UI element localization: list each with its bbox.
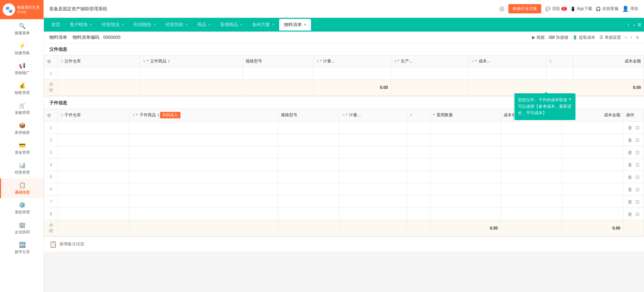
message-button[interactable]: 💬 消息 6 (545, 6, 567, 12)
app-download-button[interactable]: 📱 App下载 (570, 6, 592, 12)
child-unit-cell[interactable] (339, 208, 407, 220)
child-unit-cell[interactable] (339, 171, 407, 183)
tooltip-close-button[interactable]: × (569, 97, 571, 102)
tab-bom-close[interactable]: × (304, 22, 306, 27)
child-spec-cell[interactable] (278, 183, 339, 196)
layout-button[interactable]: ≡ (636, 35, 639, 40)
child-warehouse-cell[interactable] (58, 146, 129, 159)
tab-next-button[interactable]: › (632, 21, 636, 29)
parent-extra-cell[interactable] (546, 67, 573, 80)
parent-cost-cell[interactable] (469, 67, 546, 80)
child-goods-cell[interactable] (129, 146, 278, 159)
tab-operations-close[interactable]: × (122, 22, 124, 27)
scan-button[interactable]: 扫码录入 (160, 112, 181, 118)
child-goods-cell[interactable] (129, 208, 278, 220)
child-unit-cell[interactable] (339, 146, 407, 159)
child-unit-cell[interactable] (339, 159, 407, 171)
child-extra-cell[interactable] (407, 208, 431, 220)
parent-gear-icon[interactable]: ⚙ (47, 59, 51, 64)
tab-history-close[interactable]: × (185, 22, 188, 27)
copy-button[interactable]: ⊡ (634, 174, 641, 180)
delete-button[interactable]: 🗑 (627, 124, 633, 131)
nav-prev-button[interactable]: ‹ (625, 35, 627, 40)
settings-button[interactable]: ☰ 单据设置 (599, 35, 621, 40)
child-extra-cell[interactable] (407, 134, 431, 146)
delete-button[interactable]: 🗑 (627, 198, 633, 205)
child-extra-cell[interactable] (407, 171, 431, 183)
child-unit-price-cell[interactable] (501, 183, 562, 196)
tab-profit-close[interactable]: × (153, 22, 156, 27)
copy-button[interactable]: ⊡ (634, 149, 641, 156)
child-goods-cell[interactable] (129, 134, 278, 146)
sidebar-item-basic-info[interactable]: 📋 基础信息 (0, 178, 44, 198)
sidebar-item-guide[interactable]: 🆕 新手引导 (0, 238, 44, 258)
copy-button[interactable]: ⊡ (634, 211, 641, 218)
child-spec-cell[interactable] (278, 208, 339, 220)
child-quantity-cell[interactable] (430, 146, 500, 159)
child-extra-cell[interactable] (407, 183, 431, 196)
child-unit-cell[interactable] (339, 196, 407, 208)
child-quantity-cell[interactable] (430, 183, 500, 196)
sidebar-item-enterprise[interactable]: 🏢 企业协同 (0, 218, 44, 238)
child-spec-cell[interactable] (278, 196, 339, 208)
parent-production-cell[interactable] (391, 67, 469, 80)
tab-customer-close[interactable]: × (90, 22, 92, 27)
child-unit-price-cell[interactable] (501, 208, 562, 220)
sidebar-item-marketing[interactable]: 📢 营销推广 (0, 59, 44, 79)
child-quantity-cell[interactable] (430, 134, 500, 146)
delete-button[interactable]: 🗑 (627, 211, 633, 218)
child-quantity-cell[interactable] (430, 196, 500, 208)
child-warehouse-cell[interactable] (58, 196, 129, 208)
parent-spec-cell[interactable] (243, 67, 313, 80)
parent-goods-cell[interactable] (140, 67, 243, 80)
tab-operations[interactable]: 经营情况 × (97, 19, 129, 31)
copy-button[interactable]: ⊡ (634, 137, 641, 143)
child-warehouse-cell[interactable] (58, 159, 129, 171)
delete-button[interactable]: 🗑 (627, 186, 633, 193)
child-goods-cell[interactable] (129, 121, 278, 134)
sidebar-item-purchase[interactable]: 🛒 采购管理 (0, 99, 44, 119)
child-extra-cell[interactable] (407, 121, 431, 134)
tab-prev-button[interactable]: ‹ (626, 21, 631, 29)
sidebar-item-quick-nav[interactable]: ⚡ 快捷导航 (0, 39, 44, 59)
tab-goods-close[interactable]: × (208, 22, 211, 27)
user-info[interactable]: 👤 用友 (622, 5, 639, 12)
bottom-text[interactable]: 新增备注信息 (60, 241, 84, 247)
child-unit-price-cell[interactable] (501, 171, 562, 183)
sidebar-item-inventory[interactable]: 📦 库存核算 (0, 119, 44, 139)
tab-new-goods[interactable]: 新增商品 × (215, 19, 247, 31)
child-extra-cell[interactable] (407, 196, 431, 208)
child-unit-price-cell[interactable] (501, 134, 562, 146)
cost-button[interactable]: 💲 提取成本 (572, 35, 595, 40)
child-quantity-cell[interactable] (430, 121, 500, 134)
trial-button[interactable]: 体验行业方案 (508, 4, 541, 13)
copy-button[interactable]: ⊡ (634, 186, 641, 193)
parent-unit-cell[interactable] (313, 67, 391, 80)
sidebar-item-search[interactable]: 🔍 搜索菜单 (0, 19, 44, 39)
child-unit-price-cell[interactable] (501, 159, 562, 171)
copy-button[interactable]: ⊡ (634, 161, 641, 168)
child-spec-cell[interactable] (278, 121, 339, 134)
child-warehouse-cell[interactable] (58, 183, 129, 196)
child-unit-cell[interactable] (339, 183, 407, 196)
child-warehouse-cell[interactable] (58, 208, 129, 220)
view-video-button[interactable]: ▶ 视频 (532, 35, 545, 40)
child-spec-cell[interactable] (278, 146, 339, 159)
tab-customer[interactable]: 客户联络 × (65, 19, 97, 31)
tab-profit[interactable]: 利润报告 × (129, 19, 161, 31)
parent-warehouse-cell[interactable] (58, 67, 140, 80)
child-quantity-cell[interactable] (430, 208, 500, 220)
sidebar-item-operations[interactable]: 📊 经营管理 (0, 159, 44, 178)
tab-home[interactable]: 首页 (47, 19, 65, 31)
child-spec-cell[interactable] (278, 171, 339, 183)
child-unit-cell[interactable] (339, 121, 407, 134)
child-unit-price-cell[interactable] (501, 121, 562, 134)
delete-button[interactable]: 🗑 (627, 149, 633, 156)
child-spec-cell[interactable] (278, 134, 339, 146)
shortcut-button[interactable]: ⌨ 快捷键 (549, 35, 568, 40)
delete-button[interactable]: 🗑 (627, 161, 633, 168)
child-warehouse-cell[interactable] (58, 134, 129, 146)
child-spec-cell[interactable] (278, 159, 339, 171)
child-extra-cell[interactable] (407, 146, 431, 159)
tab-close-all-button[interactable]: ≡ (637, 21, 641, 28)
